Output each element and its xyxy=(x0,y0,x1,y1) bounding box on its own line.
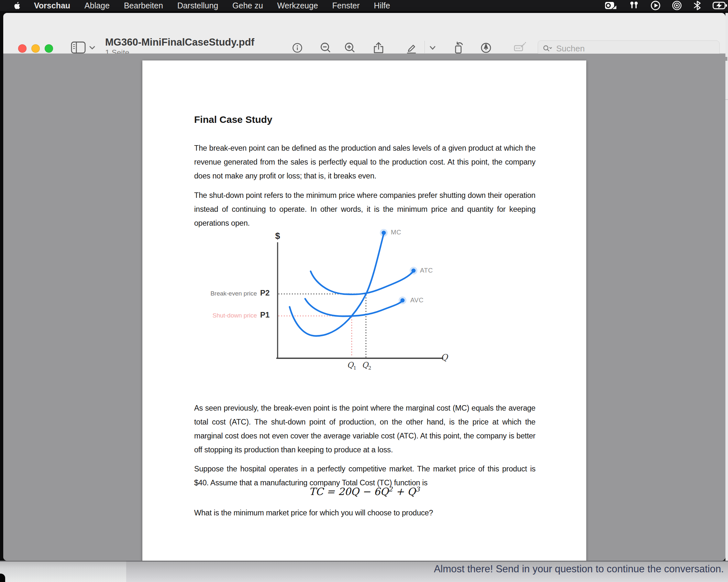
x-axis-label: Q xyxy=(439,353,449,362)
q2-tick-label: Q2 xyxy=(359,361,374,371)
play-circle-icon[interactable] xyxy=(650,0,661,11)
sidebar-toggle-button[interactable] xyxy=(71,41,97,54)
screen-recorder-icon[interactable] xyxy=(604,1,617,10)
menu-item-hilfe[interactable]: Hilfe xyxy=(374,1,390,10)
apple-menu-icon[interactable] xyxy=(14,2,20,9)
p1-tick-label: P1 xyxy=(260,310,273,320)
y-axis-label: $ xyxy=(272,231,283,241)
menu-status-icons xyxy=(604,0,727,11)
preview-window: MG360-MiniFinalCaseStudy.pdf 1 Seite xyxy=(3,13,725,561)
close-button[interactable] xyxy=(18,44,27,53)
zoom-out-button[interactable] xyxy=(318,40,334,56)
menu-item-ablage[interactable]: Ablage xyxy=(84,1,110,10)
search-icon xyxy=(543,45,552,52)
conversation-banner: Almost there! Send in your question to c… xyxy=(434,563,724,575)
fill-sign-button[interactable] xyxy=(512,40,528,56)
atc-curve-label: ATC xyxy=(420,267,433,274)
chevron-down-icon xyxy=(88,44,97,51)
menu-bar: Vorschau Ablage Bearbeiten Darstellung G… xyxy=(0,0,728,11)
menu-item-vorschau[interactable]: Vorschau xyxy=(34,1,70,10)
document-heading: Final Case Study xyxy=(194,114,272,125)
window-title: MG360-MiniFinalCaseStudy.pdf xyxy=(105,37,254,48)
shut-down-price-label: Shut-down price xyxy=(201,312,257,319)
menu-item-bearbeiten[interactable]: Bearbeiten xyxy=(124,1,163,10)
avc-curve-label: AVC xyxy=(410,297,423,304)
menu-item-werkzeuge[interactable]: Werkzeuge xyxy=(277,1,318,10)
markup-chevron-button[interactable] xyxy=(425,40,440,56)
minimize-button[interactable] xyxy=(31,44,40,53)
paragraph-mc-atc: As seen previously, the break-even point… xyxy=(194,401,536,457)
background-strip-left xyxy=(0,561,126,582)
pdf-page: Final Case Study The break-even point ca… xyxy=(142,60,586,561)
search-input[interactable] xyxy=(555,43,709,54)
p2-tick-label: P2 xyxy=(260,288,273,298)
document-area[interactable]: Final Case Study The break-even point ca… xyxy=(3,54,725,561)
bluetooth-icon[interactable] xyxy=(693,1,701,10)
screen-mirroring-icon[interactable] xyxy=(672,0,682,11)
menu-item-fenster[interactable]: Fenster xyxy=(332,1,360,10)
markup-pencil-button[interactable] xyxy=(404,40,419,56)
window-bottom-shadow xyxy=(0,561,728,562)
info-button[interactable] xyxy=(290,40,305,56)
total-cost-formula: TC = 20Q − 6Q2 + Q3 xyxy=(142,485,586,497)
battery-charging-icon[interactable] xyxy=(712,0,727,11)
menu-items: Vorschau Ablage Bearbeiten Darstellung G… xyxy=(34,1,390,10)
paragraph-break-even: The break-even point can be defined as t… xyxy=(194,141,536,183)
screen: Vorschau Ablage Bearbeiten Darstellung G… xyxy=(0,0,728,582)
question-text: What is the minimum market price for whi… xyxy=(194,508,433,517)
zoom-window-button[interactable] xyxy=(45,44,53,53)
cost-curves-figure: $ Q MC ATC AVC Break-even price P2 Shut-… xyxy=(201,223,453,379)
q1-tick-label: Q1 xyxy=(344,361,359,371)
toolbar-divider xyxy=(424,41,425,55)
annotate-pen-button[interactable] xyxy=(478,40,494,56)
zoom-in-button[interactable] xyxy=(342,40,358,56)
share-button[interactable] xyxy=(371,40,386,56)
toolbar: MG360-MiniFinalCaseStudy.pdf 1 Seite xyxy=(3,13,725,54)
break-even-price-label: Break-even price xyxy=(201,290,257,297)
menu-item-gehe-zu[interactable]: Gehe zu xyxy=(232,1,263,10)
airpods-icon[interactable] xyxy=(628,1,639,10)
mc-curve-label: MC xyxy=(391,229,401,236)
rotate-button[interactable] xyxy=(451,40,467,56)
menu-item-darstellung[interactable]: Darstellung xyxy=(177,1,218,10)
background-right-strip xyxy=(725,13,728,561)
